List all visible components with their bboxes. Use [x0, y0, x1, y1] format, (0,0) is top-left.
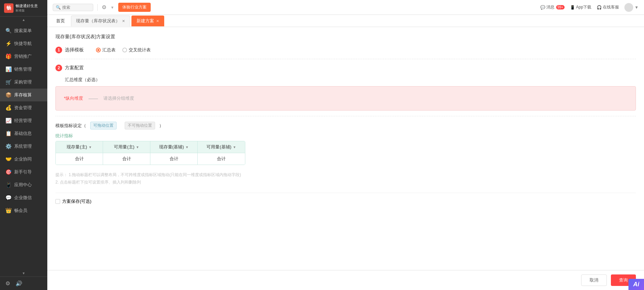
stats-col-1[interactable]: 可用量(主) ▼ — [103, 141, 150, 153]
hint-1: 提示： 1.拖动标题栏可以调整布局，不可跨维度或指标区域拖动(只能在同一维度或指… — [55, 171, 636, 179]
tab-inventory-status[interactable]: 现存量（库存状况表） ✕ — [71, 16, 130, 26]
hint-2: 2. 点击标题栏下拉可设置排序、插入列和删除列 — [55, 179, 636, 186]
business-icon: 📈 — [5, 118, 11, 124]
volume-icon[interactable]: 🔊 — [16, 280, 22, 287]
stats-table: 现存量(主) ▼ 可用量(主) ▼ 现存量(基辅) ▼ — [55, 141, 245, 165]
stats-col-0[interactable]: 现存量(主) ▼ — [56, 141, 103, 153]
topbar-right: 💬 消息 99+ 📱 App下载 🎧 在线客服 ▼ — [540, 3, 639, 12]
sidebar-item-newbie[interactable]: 🎯 新手引导 — [0, 166, 47, 178]
stats-table-body: 合计 合计 合计 合计 — [56, 153, 245, 165]
page-title: 现存量(库存状况表)方案设置 — [55, 34, 636, 40]
indicator-settings-row: 模板指标设定（ 可拖动位置 不可拖动位置 ） — [55, 122, 636, 129]
sidebar-item-label: 新手引导 — [14, 169, 32, 175]
stats-cell-0: 合计 — [56, 153, 103, 165]
col-2-label: 现存量(基辅) — [159, 144, 184, 150]
indicator-settings-suffix: ） — [159, 123, 164, 129]
sidebar-item-label: 营销推广 — [14, 53, 32, 59]
sidebar-item-sales[interactable]: 📊 销售管理 — [0, 63, 47, 76]
basic-icon: 📋 — [5, 130, 11, 137]
radio-cross[interactable]: 交叉统计表 — [122, 47, 151, 53]
vertical-dim-placeholder[interactable]: 请选择分组维度 — [103, 95, 134, 101]
radio-cross-dot — [122, 48, 127, 52]
stats-col-3[interactable]: 可用量(基辅) ▼ — [198, 141, 245, 153]
sidebar-item-label: 搜索菜单 — [14, 28, 32, 34]
settings-icon[interactable]: ⚙ — [5, 280, 10, 287]
topbar-dropdown-icon[interactable]: ▼ — [110, 5, 114, 9]
sidebar-item-label: 企业协同 — [14, 156, 32, 162]
sidebar-item-label: 销售管理 — [14, 66, 32, 72]
sidebar-scroll-up[interactable]: ▲ — [0, 17, 47, 23]
hints: 提示： 1.拖动标题栏可以调整布局，不可跨维度或指标区域拖动(只能在同一维度或指… — [55, 171, 636, 186]
step1-num: 1 — [55, 47, 62, 53]
topbar: 🔍 ⚙ ▼ 体验行业方案 💬 消息 99+ 📱 App下载 🎧 在线客服 — [47, 0, 644, 15]
sidebar-item-label: 应用中心 — [14, 182, 32, 188]
tabs-bar: 首页 现存量（库存状况表） ✕ 新建方案 ✕ — [47, 15, 644, 27]
sidebar-scroll-down[interactable]: ▼ — [0, 270, 47, 276]
main-panel: 现存量(库存状况表)方案设置 1 选择模板 汇总表 交叉统计表 — [47, 27, 644, 270]
sidebar-item-label: 资金管理 — [14, 105, 32, 111]
col-0-chevron[interactable]: ▼ — [89, 145, 92, 149]
radio-summary-dot — [96, 48, 101, 52]
non-draggable-tag: 不可拖动位置 — [125, 122, 155, 129]
finance-icon: 💰 — [5, 105, 11, 111]
stats-section-label: 统计指标 — [55, 133, 636, 139]
service-label: 在线客服 — [603, 4, 619, 10]
sidebar-item-system[interactable]: ⚙️ 系统管理 — [0, 140, 47, 153]
topbar-messages[interactable]: 💬 消息 99+ — [540, 4, 565, 10]
logo-text: 畅捷通好生意 标准版 — [16, 3, 38, 13]
enterprise-icon: 🤝 — [5, 156, 11, 162]
stats-cell-2: 合计 — [150, 153, 198, 165]
tab-inventory-close[interactable]: ✕ — [122, 19, 125, 23]
sidebar-item-purchase[interactable]: 🛒 采购管理 — [0, 76, 47, 89]
tab-new-plan-close[interactable]: ✕ — [156, 19, 159, 23]
tab-home-label: 首页 — [56, 18, 65, 24]
user-avatar — [624, 3, 633, 12]
col-1-chevron[interactable]: ▼ — [136, 145, 139, 149]
headset-icon: 🎧 — [597, 5, 602, 10]
sidebar-item-label: 库存核算 — [14, 92, 32, 98]
sidebar-item-marketing[interactable]: 🎁 营销推广 — [0, 50, 47, 63]
tab-home[interactable]: 首页 — [51, 16, 70, 26]
topbar-online-service[interactable]: 🎧 在线客服 — [597, 4, 619, 10]
dimension-line: —— — [89, 96, 98, 101]
sidebar-item-search[interactable]: 🔍 搜索菜单 — [0, 24, 47, 37]
stats-col-2[interactable]: 现存量(基辅) ▼ — [150, 141, 198, 153]
sidebar-item-finance[interactable]: 💰 资金管理 — [0, 101, 47, 114]
step2-num: 2 — [55, 65, 62, 71]
tab-new-plan[interactable]: 新建方案 ✕ — [131, 16, 164, 26]
step1-header: 1 选择模板 汇总表 交叉统计表 — [55, 47, 636, 53]
search-input[interactable] — [62, 5, 89, 10]
col-3-label: 可用量(基辅) — [206, 144, 231, 150]
trial-btn[interactable]: 体验行业方案 — [118, 3, 151, 12]
sidebar-item-appstore[interactable]: 📱 应用中心 — [0, 178, 47, 191]
sidebar-item-basic[interactable]: 📋 基础信息 — [0, 127, 47, 140]
stats-cell-3: 合计 — [198, 153, 245, 165]
radio-summary[interactable]: 汇总表 — [96, 47, 116, 53]
app-download-label: App下载 — [576, 4, 591, 10]
cancel-button[interactable]: 取消 — [581, 274, 607, 286]
sidebar-item-label: 企业微信 — [14, 195, 32, 201]
col-2-chevron[interactable]: ▼ — [185, 145, 189, 149]
sidebar-item-wechat[interactable]: 💬 企业微信 — [0, 191, 47, 204]
sidebar-item-enterprise[interactable]: 🤝 企业协同 — [0, 153, 47, 166]
sidebar-item-quick-nav[interactable]: ⚡ 快捷导航 — [0, 37, 47, 50]
sidebar-item-inventory[interactable]: 📦 库存核算 — [0, 89, 47, 101]
topbar-app-download[interactable]: 📱 App下载 — [570, 4, 591, 10]
ai-badge[interactable]: Ai — [628, 279, 644, 290]
col-3-chevron[interactable]: ▼ — [233, 145, 236, 149]
sales-icon: 📊 — [5, 66, 11, 72]
logo-icon: 畅 — [4, 3, 14, 13]
topbar-user[interactable]: ▼ — [624, 3, 639, 12]
sidebar-item-business[interactable]: 📈 经营管理 — [0, 114, 47, 127]
main-area: 🔍 ⚙ ▼ 体验行业方案 💬 消息 99+ 📱 App下载 🎧 在线客服 — [47, 0, 644, 290]
app-edition: 标准版 — [16, 8, 38, 13]
phone-icon: 📱 — [570, 5, 575, 10]
sidebar-item-member[interactable]: 👑 畅会员 — [0, 204, 47, 217]
sidebar-item-label: 系统管理 — [14, 143, 32, 149]
save-checkbox[interactable] — [55, 199, 60, 204]
app-logo: 畅 畅捷通好生意 标准版 — [0, 0, 47, 17]
search-icon: 🔍 — [5, 28, 11, 34]
topbar-search-box[interactable]: 🔍 — [53, 4, 93, 11]
topbar-gear-icon[interactable]: ⚙ — [102, 4, 106, 10]
step2-header: 2 方案配置 — [55, 65, 636, 71]
